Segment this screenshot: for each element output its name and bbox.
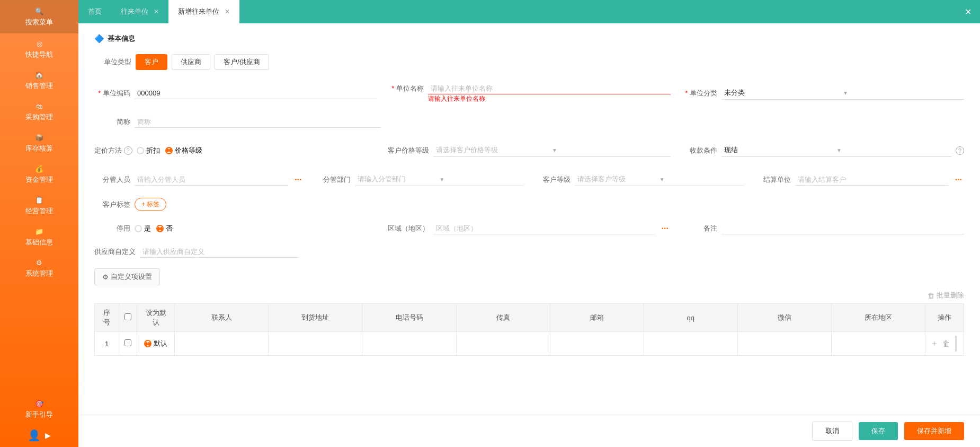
row-phone-input[interactable] bbox=[368, 340, 450, 348]
delete-row-icon[interactable]: 🗑 bbox=[942, 339, 950, 348]
row-region-cell bbox=[831, 332, 925, 356]
payment-terms-help-icon[interactable]: ? bbox=[956, 146, 964, 155]
row-email-input[interactable] bbox=[556, 340, 638, 348]
sidebar-bottom: 🎯 新手引导 👤 ▶ bbox=[0, 395, 78, 447]
select-all-checkbox[interactable] bbox=[124, 313, 131, 320]
table-header-row: 序号 设为默认 联系人 到货地址 电话号码 传真 邮箱 qq 微信 所在地区 bbox=[95, 304, 964, 332]
manager-more-button[interactable]: ··· bbox=[292, 175, 304, 185]
row-qq-cell bbox=[644, 332, 737, 356]
remark-input[interactable] bbox=[721, 223, 964, 234]
row-fax-input[interactable] bbox=[462, 340, 545, 348]
chevron-down-icon: ▼ bbox=[843, 90, 961, 96]
customer-tag-label: 客户标签 bbox=[94, 200, 130, 209]
row-checkbox[interactable] bbox=[124, 339, 131, 346]
tab-partners[interactable]: 往来单位 ✕ bbox=[111, 0, 168, 23]
row-disable-region: 停用 是 否 区域（地区） ··· 备注 bbox=[94, 218, 964, 239]
form-content: 🔷 基本信息 单位类型 客户 供应商 客户/供应商 单位编码 单位名称 bbox=[78, 23, 980, 415]
sidebar-item-operations[interactable]: 📋 经营管理 bbox=[0, 190, 78, 221]
save-new-button[interactable]: 保存并新增 bbox=[904, 422, 964, 440]
customer-price-level-select[interactable]: 请选择客户价格等级 ▼ bbox=[433, 144, 671, 157]
row-abbr: 简称 bbox=[94, 112, 964, 132]
col-action: 操作 bbox=[925, 304, 964, 332]
pricing-method-help-icon[interactable]: ? bbox=[124, 146, 132, 155]
add-tag-button[interactable]: + 标签 bbox=[135, 198, 166, 211]
base-icon: 📁 bbox=[35, 227, 43, 235]
btn-supplier[interactable]: 供应商 bbox=[172, 54, 210, 70]
unit-name-input[interactable] bbox=[428, 83, 671, 94]
unit-category-select[interactable]: 未分类 ▼ bbox=[721, 86, 964, 100]
settlement-input[interactable] bbox=[795, 174, 949, 186]
chevron-down-icon-payment: ▼ bbox=[836, 147, 949, 153]
operations-icon: 📋 bbox=[35, 196, 43, 204]
unit-code-input[interactable] bbox=[135, 87, 377, 99]
sidebar-item-base[interactable]: 📁 基础信息 bbox=[0, 221, 78, 252]
sidebar-item-system[interactable]: ⚙ 系统管理 bbox=[0, 252, 78, 284]
batch-delete-button[interactable]: 🗑 批量删除 bbox=[928, 291, 964, 300]
sidebar-item-finance[interactable]: 💰 资金管理 bbox=[0, 159, 78, 190]
unit-category-value: 未分类 bbox=[724, 88, 843, 98]
custom-settings-button[interactable]: ⚙ 自定义项设置 bbox=[94, 268, 160, 285]
sidebar-item-inventory[interactable]: 📦 库存核算 bbox=[0, 127, 78, 159]
radio-discount[interactable]: 折扣 bbox=[137, 146, 160, 155]
radio-no-circle bbox=[156, 225, 164, 232]
quick-nav-icon: ◎ bbox=[37, 40, 42, 48]
row-drag-handle[interactable] bbox=[955, 336, 957, 352]
window-close-button[interactable]: ✕ bbox=[956, 7, 980, 17]
system-icon: ⚙ bbox=[36, 259, 42, 267]
field-manager: 分管人员 ··· bbox=[94, 169, 304, 190]
tab-partners-close[interactable]: ✕ bbox=[154, 8, 159, 15]
add-row-icon[interactable]: ＋ bbox=[931, 339, 938, 348]
col-address: 到货地址 bbox=[269, 304, 362, 332]
payment-terms-select[interactable]: 现结 ▼ bbox=[721, 144, 951, 157]
abbr-label: 简称 bbox=[94, 117, 130, 127]
settlement-more-button[interactable]: ··· bbox=[953, 175, 964, 185]
col-region: 所在地区 bbox=[831, 304, 925, 332]
row-contact-input[interactable] bbox=[180, 340, 263, 348]
supplier-custom-label: 供应商自定义 bbox=[94, 247, 136, 257]
row-region-input[interactable] bbox=[837, 340, 920, 348]
col-check bbox=[119, 304, 137, 332]
dept-select[interactable]: 请输入分管部门 ▼ bbox=[355, 173, 524, 186]
row-wechat-input[interactable] bbox=[743, 340, 826, 348]
tab-new-partner[interactable]: 新增往来单位 ✕ bbox=[168, 0, 239, 23]
row-action-icons: ＋ 🗑 bbox=[931, 336, 958, 352]
sidebar-item-purchase[interactable]: 🛍 采购管理 bbox=[0, 96, 78, 127]
row-address-input[interactable] bbox=[274, 340, 357, 348]
sidebar-item-sales[interactable]: 🏠 销售管理 bbox=[0, 65, 78, 96]
supplier-custom-input[interactable] bbox=[140, 246, 299, 258]
col-contact: 联系人 bbox=[175, 304, 269, 332]
row-manager: 分管人员 ··· 分管部门 请输入分管部门 ▼ 客户等级 请选择客户等级 ▼ 结… bbox=[94, 169, 964, 190]
row-actions-cell: ＋ 🗑 bbox=[925, 332, 964, 356]
radio-yes[interactable]: 是 bbox=[135, 224, 151, 233]
tab-home[interactable]: 首页 bbox=[78, 0, 111, 23]
radio-level[interactable]: 价格等级 bbox=[165, 146, 202, 155]
bottom-bar: 取消 保存 保存并新增 bbox=[78, 415, 980, 447]
region-more-button[interactable]: ··· bbox=[660, 224, 671, 233]
manager-input[interactable] bbox=[135, 174, 288, 186]
inventory-icon: 📦 bbox=[35, 134, 43, 142]
sidebar-user-area[interactable]: 👤 ▶ bbox=[0, 424, 78, 447]
customer-level-select[interactable]: 请选择客户等级 ▼ bbox=[575, 173, 744, 186]
field-dept: 分管部门 请输入分管部门 ▼ bbox=[315, 169, 524, 190]
sidebar-item-quick-nav[interactable]: ◎ 快捷导航 bbox=[0, 33, 78, 65]
field-payment-terms: 收款条件 现结 ▼ ? bbox=[681, 139, 964, 161]
tab-new-partner-close[interactable]: ✕ bbox=[225, 8, 230, 15]
section-icon: 🔷 bbox=[94, 34, 104, 43]
table-toolbar: 🗑 批量删除 bbox=[94, 291, 964, 300]
row-email-cell bbox=[550, 332, 644, 356]
settlement-label: 结算单位 bbox=[755, 175, 791, 185]
abbr-input[interactable] bbox=[135, 116, 381, 128]
col-default: 设为默认 bbox=[137, 304, 174, 332]
region-input[interactable] bbox=[433, 223, 655, 234]
row-default-radio[interactable]: 默认 bbox=[142, 339, 169, 348]
sidebar-search[interactable]: 🔍 搜索菜单 bbox=[0, 0, 78, 33]
sidebar-item-guide[interactable]: 🎯 新手引导 bbox=[0, 395, 78, 424]
cancel-button[interactable]: 取消 bbox=[812, 422, 852, 441]
btn-customer[interactable]: 客户 bbox=[136, 54, 167, 70]
btn-both[interactable]: 客户/供应商 bbox=[215, 54, 269, 70]
radio-no[interactable]: 否 bbox=[156, 224, 173, 233]
unit-type-row: 单位类型 客户 供应商 客户/供应商 bbox=[94, 54, 964, 70]
row-checkbox-cell bbox=[119, 332, 137, 356]
save-button[interactable]: 保存 bbox=[859, 422, 898, 440]
row-qq-input[interactable] bbox=[649, 340, 732, 348]
